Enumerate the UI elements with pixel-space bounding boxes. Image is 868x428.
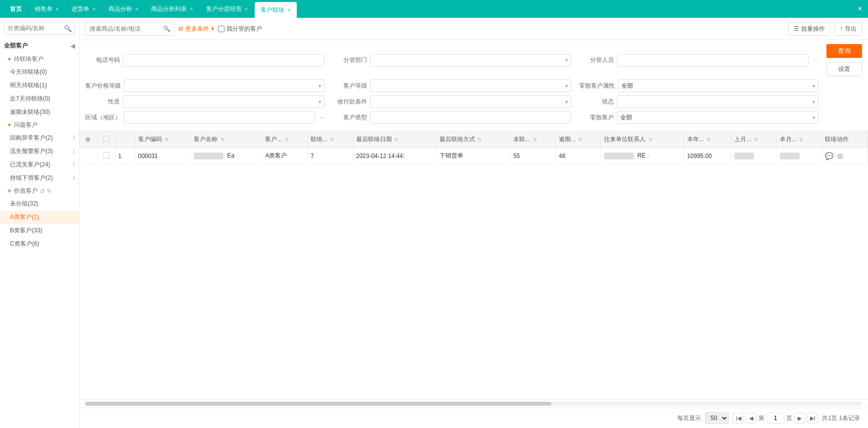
manager-dots[interactable]: ··· [814,57,818,64]
nav-home[interactable]: 首页 [4,0,28,18]
sidebar-item-tomorrow-pending[interactable]: 明天待联络(1) [0,79,79,92]
customer-level-label: 客户等级 [332,82,367,90]
sidebar-item-repurchase-abnormal[interactable]: 回购异常客户(2) ℹ [0,131,79,145]
col-code-header[interactable]: 客户编码 ⇅ [135,131,191,148]
query-button[interactable]: 查询 [826,44,862,58]
prev-page-button[interactable]: ◀ [746,413,757,424]
retail-arrow: ▾ [813,115,815,120]
top-nav-close[interactable]: × [858,4,862,13]
customer-level-select[interactable]: ▾ [370,79,572,92]
nav-goods-analysis-close[interactable]: × [135,6,138,12]
sidebar-problem-section: ▼ 问题客户 [0,119,79,131]
col-overdue-header[interactable]: 逾期... ⇅ [555,131,601,148]
nav-sales[interactable]: 销售单 × [29,0,64,18]
nav-purchase-close[interactable]: × [92,6,95,12]
payment-select[interactable]: ▾ [370,95,572,108]
value-refresh-icon[interactable]: ↺ [40,188,45,195]
setting-button[interactable]: 设置 [826,62,862,76]
manager-input[interactable] [617,54,809,67]
col-this-month-header[interactable]: 本月... ⇅ [776,131,822,148]
phone-input[interactable] [123,54,325,67]
nav-goods-list-close[interactable]: × [190,6,193,12]
filter-cell-customer-level: 客户等级 ▾ [328,79,576,92]
nature-select[interactable]: ▾ [123,95,325,108]
sidebar-item-a-class[interactable]: A类客户(1) [0,211,79,224]
col-contacts-header[interactable]: 往来单位联系人 ⇅ [601,131,684,148]
cell-checkbox[interactable] [97,148,115,164]
filter-search-input[interactable] [85,22,174,36]
sidebar-item-b-class[interactable]: B类客户(33) [0,224,79,237]
horizontal-scrollbar[interactable] [79,399,868,408]
phone-label: 电话号码 [85,56,120,64]
nav-goods-list[interactable]: 商品分析列表 × [145,0,199,18]
nav-sales-close[interactable]: × [55,6,58,12]
filter-bar: 🔍 ⊞ 更多条件 ▾ 我分管的客户 ☰ 批量操作 ↑ 导出 [79,18,868,40]
sidebar-item-7days-pending[interactable]: 近7天待联络(0) [0,92,79,106]
col-gear[interactable]: ⚙ [79,131,97,148]
filter-arrow-down: ▾ [211,25,214,32]
filter-cell-status: 状态 ▾ [575,95,822,108]
nav-customer-contact[interactable]: 客户联络 × [255,2,296,18]
retail-select[interactable]: 全部 ▾ [617,111,818,124]
region-dots[interactable]: ··· [320,114,325,121]
batch-op-button[interactable]: ☰ 批量操作 [788,22,830,36]
nav-purchase[interactable]: 进货单 × [65,0,101,18]
page-size-label: 每页显示 [677,414,701,423]
nav-goods-list-label: 商品分析列表 [151,5,187,13]
sidebar-item-churned[interactable]: 已流失客户(24) ℹ [0,158,79,171]
col-last-method-header[interactable]: 最后联络方式 ⇅ [436,131,510,148]
col-not-contacted-header[interactable]: 未联... ⇅ [510,131,556,148]
cell-last-method[interactable]: 下销货单 [436,148,510,164]
first-page-button[interactable]: |◀ [733,413,744,424]
col-overdue-sort: ⇅ [578,137,582,142]
customer-type-select[interactable] [370,111,572,124]
filter-cell-manager: 分管人员 ··· [575,54,822,67]
cell-contact-count: 7 [307,148,353,164]
row-last-method[interactable]: 下销货单 [439,152,463,159]
table-gear-icon[interactable]: ⚙ [85,136,91,143]
col-checkbox-header[interactable] [97,131,115,148]
col-last-date-header[interactable]: 最后联络日期 ⇅ [353,131,436,148]
my-customers-checkbox[interactable] [218,26,224,32]
col-level-header[interactable]: 客户... ⇅ [262,131,308,148]
sidebar-item-today-pending[interactable]: 今天待联络(0) [0,65,79,79]
sidebar-collapse-icon[interactable]: ◀ [70,43,75,50]
sidebar-item-ungrouped[interactable]: 未分组(32) [0,197,79,211]
scroll-thumb[interactable] [85,402,551,406]
value-edit-icon[interactable]: ✎ [47,188,52,195]
7days-pending-label: 近7天待联络(0) [10,95,75,103]
page-number-input[interactable] [766,413,784,424]
cell-code[interactable]: 000031 [135,148,191,164]
select-all-checkbox[interactable] [103,136,109,142]
nav-customer-segment-close[interactable]: × [245,6,248,12]
row-checkbox[interactable] [103,152,109,159]
next-page-button[interactable]: ▶ [794,413,805,424]
filter-more-conditions[interactable]: ⊞ 更多条件 ▾ [178,25,214,33]
col-last-month-header[interactable]: 上月... ⇅ [731,131,777,148]
price-level-select[interactable]: ▾ [124,79,325,92]
my-customers-filter[interactable]: 我分管的客户 [218,25,262,33]
message-icon[interactable]: 💬 [825,152,833,160]
sidebar-item-declining[interactable]: 持续下滑客户(2) ℹ [0,171,79,185]
dept-select[interactable]: ▾ [370,54,572,67]
sidebar-item-c-class[interactable]: C类客户(6) [0,237,79,251]
col-this-year-header[interactable]: 本年... ⇅ [684,131,731,148]
retail-attr-select[interactable]: 全部 ▾ [618,79,818,92]
qr-icon[interactable]: ⊞ [837,152,843,160]
status-select[interactable]: ▾ [617,95,818,108]
page-size-select[interactable]: 50 [705,412,729,424]
col-name-header[interactable]: 客户名称 ⇅ [191,131,262,148]
last-page-button[interactable]: ▶| [807,413,818,424]
sidebar-item-churn-warning[interactable]: 流失预警客户(3) ℹ [0,145,79,158]
nav-customer-contact-close[interactable]: × [287,7,290,13]
scroll-track[interactable] [85,402,862,406]
export-button[interactable]: ↑ 导出 [834,22,862,36]
col-contact-header[interactable]: 联络... ⇅ [307,131,353,148]
nav-goods-analysis[interactable]: 商品分析 × [103,0,144,18]
filter-action-col: 查询 设置 [822,44,862,76]
sidebar-all-customers[interactable]: 全部客户 ◀ [0,39,79,53]
table-wrapper[interactable]: ⚙ 客户编码 ⇅ 客户名称 [79,131,868,399]
nav-customer-segment[interactable]: 客户分层经营 × [200,0,254,18]
sidebar-item-overdue[interactable]: 逾期未联络(30) [0,106,79,119]
region-input[interactable] [124,111,315,124]
